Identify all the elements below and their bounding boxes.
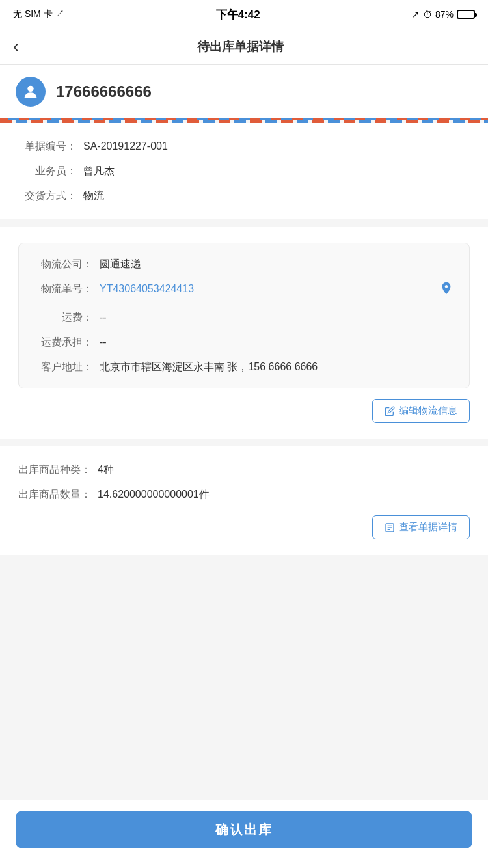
status-right: ↗ ⏱ 87%: [412, 9, 475, 20]
edit-logistics-label: 编辑物流信息: [399, 405, 457, 417]
freight-bear-label: 运费承担：: [34, 334, 93, 350]
user-phone: 17666666666: [56, 83, 152, 101]
sales-rep-row: 业务员： 曾凡杰: [18, 163, 470, 179]
goods-quantity-row: 出库商品数量： 14.620000000000001件: [18, 487, 470, 502]
document-icon: [385, 522, 395, 533]
freight-row: 运费： --: [34, 310, 454, 325]
sales-rep-label: 业务员：: [18, 163, 77, 179]
view-details-label: 查看单据详情: [399, 521, 457, 534]
goods-section: 出库商品种类： 4种 出库商品数量： 14.620000000000001件 查…: [0, 446, 488, 555]
delivery-method-value: 物流: [83, 188, 470, 204]
document-number-row: 单据编号： SA-20191227-001: [18, 139, 470, 154]
freight-value: --: [100, 310, 454, 325]
tracking-number-label: 物流单号：: [34, 281, 93, 297]
view-btn-row: 查看单据详情: [18, 515, 470, 539]
freight-bear-row: 运费承担： --: [34, 334, 454, 350]
logistics-company-value: 圆通速递: [100, 256, 454, 272]
status-time: 下午4:42: [216, 7, 260, 22]
avatar: [16, 77, 46, 107]
bottom-space: [0, 563, 488, 680]
freight-bear-value: --: [100, 334, 454, 350]
tracking-number-row: 物流单号： YT43064053424413: [34, 281, 454, 301]
freight-label: 运费：: [34, 310, 93, 325]
logistics-box: 物流公司： 圆通速递 物流单号： YT43064053424413 运费： --…: [18, 243, 470, 388]
alarm-icon: ⏱: [423, 9, 432, 20]
edit-icon: [385, 406, 395, 416]
status-bar: 无 SIM 卡 ↗ 下午4:42 ↗ ⏱ 87%: [0, 0, 488, 29]
address-label: 客户地址：: [34, 359, 93, 375]
svg-point-0: [27, 86, 33, 92]
goods-quantity-label: 出库商品数量：: [18, 487, 91, 502]
location-icon: ↗: [412, 9, 420, 20]
document-number-value: SA-20191227-001: [83, 139, 470, 154]
location-track-icon[interactable]: [439, 281, 454, 301]
logistics-company-label: 物流公司：: [34, 256, 93, 272]
goods-type-row: 出库商品种类： 4种: [18, 462, 470, 478]
user-header: 17666666666: [0, 65, 488, 120]
goods-quantity-value: 14.620000000000001件: [98, 487, 470, 502]
back-button[interactable]: ‹: [13, 33, 25, 60]
confirm-outbound-button[interactable]: 确认出库: [16, 811, 472, 848]
edit-logistics-button[interactable]: 编辑物流信息: [372, 399, 470, 423]
sales-rep-value: 曾凡杰: [83, 163, 470, 179]
logistics-section: 物流公司： 圆通速递 物流单号： YT43064053424413 运费： --…: [0, 227, 488, 439]
address-row: 客户地址： 北京市市辖区海淀区永丰南 张，156 6666 6666: [34, 359, 454, 375]
status-left: 无 SIM 卡 ↗: [13, 8, 64, 20]
tracking-number-value: YT43064053424413: [100, 281, 431, 297]
user-icon: [21, 83, 40, 101]
address-value: 北京市市辖区海淀区永丰南 张，156 6666 6666: [100, 359, 454, 375]
view-details-button[interactable]: 查看单据详情: [372, 515, 470, 539]
goods-type-value: 4种: [98, 462, 470, 478]
delivery-method-row: 交货方式： 物流: [18, 188, 470, 204]
confirm-btn-wrap: 确认出库: [0, 800, 488, 868]
basic-info-section: 单据编号： SA-20191227-001 业务员： 曾凡杰 交货方式： 物流: [0, 123, 488, 219]
document-number-label: 单据编号：: [18, 139, 77, 154]
battery-percent: 87%: [435, 9, 454, 20]
page-title: 待出库单据详情: [25, 38, 455, 55]
goods-type-label: 出库商品种类：: [18, 462, 91, 478]
delivery-method-label: 交货方式：: [18, 188, 77, 204]
logistics-company-row: 物流公司： 圆通速递: [34, 256, 454, 272]
nav-bar: ‹ 待出库单据详情: [0, 29, 488, 65]
edit-btn-row: 编辑物流信息: [18, 399, 470, 423]
battery-icon: [457, 10, 475, 19]
